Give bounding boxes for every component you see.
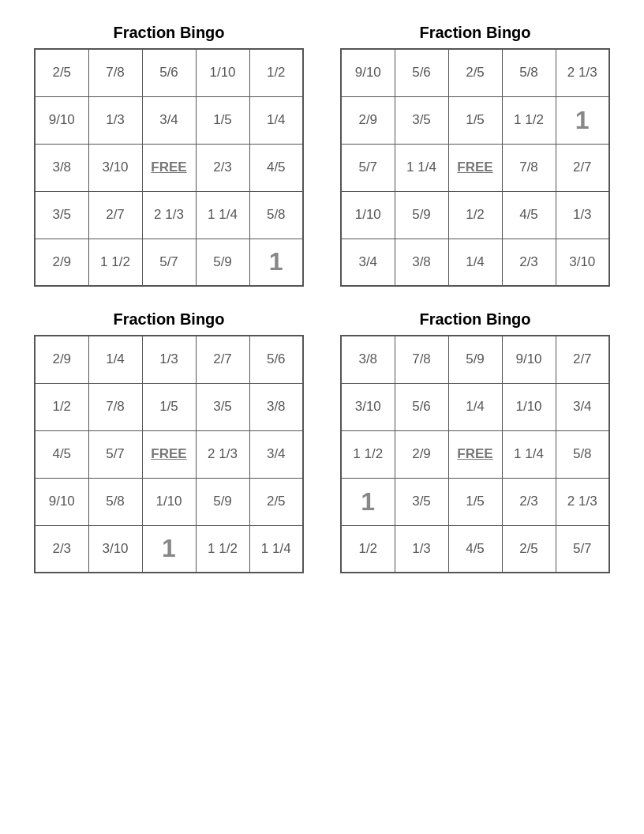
cell-0-3-3: 1 1/4	[196, 191, 249, 239]
cell-3-1-3: 1/10	[502, 383, 556, 430]
bingo-grid-1: 9/105/62/55/82 1/32/93/51/51 1/215/71 1/…	[340, 48, 610, 287]
cell-3-3-4: 2 1/3	[556, 478, 609, 525]
cell-1-4-2: 1/4	[448, 239, 502, 286]
cell-0-3-1: 2/7	[88, 191, 142, 239]
cell-2-1-2: 1/5	[142, 383, 196, 430]
cell-1-3-0: 1/10	[341, 191, 395, 239]
cell-1-3-2: 1/2	[448, 191, 502, 239]
cell-0-0-1: 7/8	[88, 49, 142, 96]
cell-1-0-3: 5/8	[502, 49, 556, 96]
cell-1-0-4: 2 1/3	[556, 49, 609, 96]
cell-0-4-2: 5/7	[142, 239, 196, 286]
cell-0-2-0: 3/8	[35, 144, 88, 191]
cell-1-1-3: 1 1/2	[502, 96, 556, 144]
cell-0-0-3: 1/10	[196, 49, 249, 96]
bingo-card-2: Fraction Bingo2/91/41/32/75/61/27/81/53/…	[24, 310, 314, 573]
cell-0-0-4: 1/2	[249, 49, 303, 96]
cell-3-3-0: 1	[341, 478, 395, 525]
cell-0-1-3: 1/5	[196, 96, 249, 144]
cell-1-4-0: 3/4	[341, 239, 395, 286]
cell-1-0-2: 2/5	[448, 49, 502, 96]
cell-3-1-4: 3/4	[556, 383, 609, 430]
bingo-card-0: Fraction Bingo2/57/85/61/101/29/101/33/4…	[24, 24, 314, 287]
cell-2-4-1: 3/10	[88, 525, 142, 573]
cell-0-4-3: 5/9	[196, 239, 249, 286]
cell-2-2-0: 4/5	[35, 430, 88, 478]
bingo-grid-0: 2/57/85/61/101/29/101/33/41/51/43/83/10F…	[34, 48, 304, 287]
cell-1-3-4: 1/3	[556, 191, 609, 239]
cell-3-4-2: 4/5	[448, 525, 502, 573]
cell-2-3-1: 5/8	[88, 478, 142, 525]
cell-2-0-4: 5/6	[249, 336, 303, 383]
cell-1-2-2: FREE	[448, 144, 502, 191]
cell-2-3-4: 2/5	[249, 478, 303, 525]
cell-3-2-1: 2/9	[395, 430, 448, 478]
cell-0-4-4: 1	[249, 239, 303, 286]
cell-1-1-2: 1/5	[448, 96, 502, 144]
cell-0-1-0: 9/10	[35, 96, 88, 144]
cell-2-1-3: 3/5	[196, 383, 249, 430]
cell-0-3-2: 2 1/3	[142, 191, 196, 239]
cell-1-4-3: 2/3	[502, 239, 556, 286]
cell-3-2-4: 5/8	[556, 430, 609, 478]
cell-1-4-1: 3/8	[395, 239, 448, 286]
cell-3-0-3: 9/10	[502, 336, 556, 383]
cell-1-1-4: 1	[556, 96, 609, 144]
cell-0-3-0: 3/5	[35, 191, 88, 239]
cell-2-0-0: 2/9	[35, 336, 88, 383]
cell-3-4-1: 1/3	[395, 525, 448, 573]
cell-3-2-2: FREE	[448, 430, 502, 478]
cell-0-1-4: 1/4	[249, 96, 303, 144]
cell-1-2-0: 5/7	[341, 144, 395, 191]
cell-2-1-0: 1/2	[35, 383, 88, 430]
bingo-title-1: Fraction Bingo	[419, 24, 530, 42]
cell-3-3-2: 1/5	[448, 478, 502, 525]
cell-0-2-2: FREE	[142, 144, 196, 191]
cell-0-0-0: 2/5	[35, 49, 88, 96]
cell-2-3-2: 1/10	[142, 478, 196, 525]
cell-2-2-2: FREE	[142, 430, 196, 478]
cell-3-0-4: 2/7	[556, 336, 609, 383]
cell-3-0-2: 5/9	[448, 336, 502, 383]
cell-2-2-1: 5/7	[88, 430, 142, 478]
cell-1-1-1: 3/5	[395, 96, 448, 144]
page: Fraction Bingo2/57/85/61/101/29/101/33/4…	[16, 16, 628, 581]
cell-0-2-1: 3/10	[88, 144, 142, 191]
cell-1-0-0: 9/10	[341, 49, 395, 96]
cell-2-4-2: 1	[142, 525, 196, 573]
cell-2-4-3: 1 1/2	[196, 525, 249, 573]
cell-0-1-2: 3/4	[142, 96, 196, 144]
cell-1-2-4: 2/7	[556, 144, 609, 191]
bingo-card-3: Fraction Bingo3/87/85/99/102/73/105/61/4…	[330, 310, 620, 573]
cell-3-3-1: 3/5	[395, 478, 448, 525]
bingo-title-2: Fraction Bingo	[113, 310, 224, 329]
bingo-card-1: Fraction Bingo9/105/62/55/82 1/32/93/51/…	[330, 24, 620, 287]
cell-3-3-3: 2/3	[502, 478, 556, 525]
cell-0-4-1: 1 1/2	[88, 239, 142, 286]
cell-1-4-4: 3/10	[556, 239, 609, 286]
cell-2-0-1: 1/4	[88, 336, 142, 383]
cell-2-0-3: 2/7	[196, 336, 249, 383]
cell-0-3-4: 5/8	[249, 191, 303, 239]
cell-3-0-1: 7/8	[395, 336, 448, 383]
cell-2-0-2: 1/3	[142, 336, 196, 383]
cell-0-2-3: 2/3	[196, 144, 249, 191]
cell-2-3-0: 9/10	[35, 478, 88, 525]
cell-3-4-0: 1/2	[341, 525, 395, 573]
bingo-grid-2: 2/91/41/32/75/61/27/81/53/53/84/55/7FREE…	[34, 335, 304, 573]
cell-1-3-3: 4/5	[502, 191, 556, 239]
cell-0-4-0: 2/9	[35, 239, 88, 286]
bingo-grid-3: 3/87/85/99/102/73/105/61/41/103/41 1/22/…	[340, 335, 610, 573]
cell-0-0-2: 5/6	[142, 49, 196, 96]
cell-2-2-4: 3/4	[249, 430, 303, 478]
bingo-title-3: Fraction Bingo	[419, 310, 530, 329]
cell-2-4-4: 1 1/4	[249, 525, 303, 573]
cell-3-1-1: 5/6	[395, 383, 448, 430]
cell-1-0-1: 5/6	[395, 49, 448, 96]
cell-3-4-4: 5/7	[556, 525, 609, 573]
cell-3-1-2: 1/4	[448, 383, 502, 430]
cell-2-1-1: 7/8	[88, 383, 142, 430]
cell-2-3-3: 5/9	[196, 478, 249, 525]
cell-0-2-4: 4/5	[249, 144, 303, 191]
cell-3-2-0: 1 1/2	[341, 430, 395, 478]
